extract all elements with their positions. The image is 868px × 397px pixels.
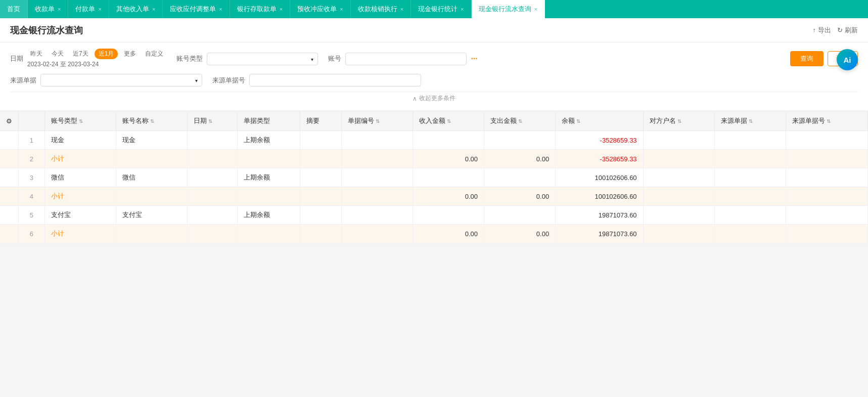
close-icon[interactable]: × (280, 6, 283, 12)
td-summary (300, 168, 341, 187)
filter-area: 日期 昨天 今天 近7天 近1月 更多 自定义 2023-02-24 至 202… (0, 42, 868, 111)
td-source-doc (714, 187, 786, 206)
sort-icon: ⇅ (208, 118, 212, 124)
top-nav: 首页 收款单 × 付款单 × 其他收入单 × 应收应付调整单 × 银行存取款单 … (0, 0, 868, 18)
nav-bank-deposit[interactable]: 银行存取款单 × (230, 0, 290, 18)
td-account-type: 微信 (44, 168, 116, 187)
ai-label: Ai (844, 56, 851, 64)
td-income: 0.00 (413, 225, 484, 243)
date-more[interactable]: 更多 (121, 49, 139, 59)
close-icon[interactable]: × (219, 6, 222, 12)
td-account-name: 现金 (116, 131, 187, 150)
search-button[interactable]: 查询 (790, 51, 824, 66)
th-summary: 摘要 (300, 111, 341, 131)
td-expense: 0.00 (484, 225, 556, 243)
td-doc-no (341, 206, 413, 225)
th-account-type[interactable]: 账号类型⇅ (44, 111, 116, 131)
td-summary (300, 206, 341, 225)
close-icon[interactable]: × (534, 6, 537, 12)
filter-row-1: 日期 昨天 今天 近7天 近1月 更多 自定义 2023-02-24 至 202… (10, 49, 858, 69)
account-label: 账号 (328, 54, 341, 63)
td-doc-no (341, 131, 413, 150)
td-doc-no (341, 187, 413, 206)
chevron-down-icon (193, 76, 198, 84)
td-account-name: 支付宝 (116, 206, 187, 225)
date-1month[interactable]: 近1月 (95, 49, 118, 59)
table-row: 4 小计 0.00 0.00 100102606.60 (0, 187, 868, 206)
page-header: 现金银行流水查询 ↑ 导出 ↻ 刷新 (0, 18, 868, 42)
td-checkbox (0, 225, 19, 243)
th-source-doc[interactable]: 来源单据⇅ (714, 111, 786, 131)
nav-receipt[interactable]: 收款单 × (28, 0, 68, 18)
td-source-doc (714, 150, 786, 168)
nav-collection[interactable]: 收款核销执行 × (351, 0, 411, 18)
date-7days[interactable]: 近7天 (70, 49, 92, 59)
td-source-doc-no (786, 150, 867, 168)
td-summary (300, 150, 341, 168)
td-checkbox (0, 150, 19, 168)
td-balance: 19871073.60 (556, 206, 643, 225)
date-yesterday[interactable]: 昨天 (27, 49, 45, 59)
th-doc-no[interactable]: 单据编号⇅ (341, 111, 413, 131)
collapse-icon: ∧ (413, 95, 417, 102)
th-balance[interactable]: 余额⇅ (556, 111, 643, 131)
td-income (413, 131, 484, 150)
table-row: 5 支付宝 支付宝 上期余额 19871073.60 (0, 206, 868, 225)
td-checkbox (0, 131, 19, 150)
table-row: 2 小计 0.00 0.00 -3528659.33 (0, 150, 868, 168)
td-checkbox (0, 206, 19, 225)
close-icon[interactable]: × (461, 6, 464, 12)
source-doc-no-input[interactable] (249, 74, 421, 86)
close-icon[interactable]: × (152, 6, 155, 12)
sort-icon: ⇅ (827, 118, 831, 124)
account-input[interactable] (345, 53, 467, 65)
date-today[interactable]: 今天 (49, 49, 67, 59)
refresh-button[interactable]: ↻ 刷新 (837, 26, 858, 35)
collapse-bar[interactable]: ∧ 收起更多条件 (10, 92, 858, 105)
export-icon: ↑ (813, 26, 816, 34)
nav-prepay[interactable]: 预收冲应收单 × (290, 0, 350, 18)
th-counterpart[interactable]: 对方户名⇅ (643, 111, 714, 131)
account-filter: 账号 ··· (328, 53, 477, 65)
td-source-doc-no (786, 206, 867, 225)
td-date (187, 150, 237, 168)
close-icon[interactable]: × (340, 6, 343, 12)
th-income[interactable]: 收入金额⇅ (413, 111, 484, 131)
export-button[interactable]: ↑ 导出 (813, 26, 832, 35)
td-checkbox (0, 187, 19, 206)
th-gear[interactable]: ⚙ (0, 111, 19, 131)
source-doc-no-filter: 来源单据号 (212, 74, 421, 86)
date-custom[interactable]: 自定义 (142, 49, 166, 59)
td-source-doc (714, 225, 786, 243)
ai-badge[interactable]: Ai (837, 49, 858, 70)
source-doc-select[interactable] (40, 74, 202, 86)
date-range: 2023-02-24 至 2023-03-24 (27, 60, 166, 69)
th-date[interactable]: 日期⇅ (187, 111, 237, 131)
close-icon[interactable]: × (400, 6, 403, 12)
nav-cash-flow[interactable]: 现金银行流水查询 × (472, 0, 545, 18)
td-account-type: 支付宝 (44, 206, 116, 225)
close-icon[interactable]: × (58, 6, 61, 12)
close-icon[interactable]: × (98, 6, 101, 12)
th-source-doc-no[interactable]: 来源单据号⇅ (786, 111, 867, 131)
nav-other-income[interactable]: 其他收入单 × (109, 0, 163, 18)
nav-adjustment[interactable]: 应收应付调整单 × (163, 0, 230, 18)
nav-home[interactable]: 首页 (0, 0, 28, 18)
th-expense[interactable]: 支出金额⇅ (484, 111, 556, 131)
td-summary (300, 131, 341, 150)
dots-button[interactable]: ··· (471, 54, 477, 63)
account-type-select[interactable] (207, 53, 318, 65)
td-account-name (116, 150, 187, 168)
th-doc-type: 单据类型 (238, 111, 300, 131)
td-source-doc-no (786, 168, 867, 187)
td-balance: 100102606.60 (556, 187, 643, 206)
th-account-name[interactable]: 账号名称⇅ (116, 111, 187, 131)
nav-payment[interactable]: 付款单 × (68, 0, 109, 18)
td-index: 1 (19, 131, 45, 150)
td-expense (484, 168, 556, 187)
td-expense: 0.00 (484, 150, 556, 168)
filter-row-2: 来源单据 来源单据号 (10, 74, 858, 86)
nav-cash-stats[interactable]: 现金银行统计 × (411, 0, 471, 18)
table-row: 6 小计 0.00 0.00 19871073.60 (0, 225, 868, 243)
td-income (413, 206, 484, 225)
